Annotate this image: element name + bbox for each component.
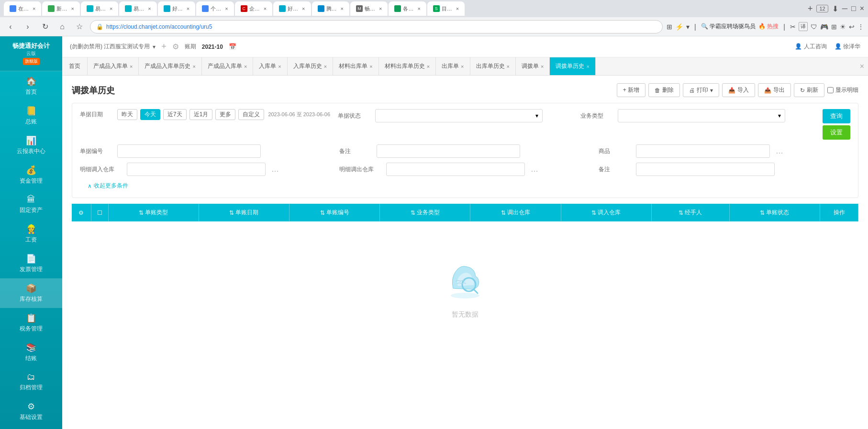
calendar-icon[interactable]: 📅 [229,43,236,50]
tab-close-icon[interactable]: × [427,64,430,69]
export-btn[interactable]: 📤 导出 [758,83,791,97]
tab-cailiao-chuku[interactable]: 材料出库单 × [333,57,378,76]
import-btn[interactable]: 📥 导入 [722,83,755,97]
sidebar-item-reports[interactable]: 📊 云报表中心 [0,131,62,160]
tab-close-icon[interactable]: × [324,64,327,69]
sidebar-item-inventory[interactable]: 📦 库存核算 [0,278,62,308]
tab-chuku[interactable]: 出库单 × [436,57,470,76]
tab-close-icon[interactable]: × [507,64,510,69]
doc-number-input[interactable] [117,144,261,158]
table-th-in-warehouse[interactable]: ⇅ 调入仓库 [561,204,651,221]
browser-tab-10[interactable]: 各… × [389,1,426,16]
sidebar-item-invoice[interactable]: 📄 发票管理 [0,249,62,278]
table-checkbox-icon[interactable]: ☐ [97,209,102,216]
date-btn-1month[interactable]: 近1月 [189,109,213,120]
downloads-icon[interactable]: ⬇ [832,4,838,13]
browser-tab-1[interactable]: 新… × [42,1,79,16]
address-bar[interactable]: 🔒 https://cloud.chanjet.com/accounting/u… [90,20,663,33]
tab-close-icon[interactable]: × [244,64,247,69]
tab-ruku[interactable]: 入库单 × [253,57,287,76]
tab-close-icon[interactable]: × [192,64,195,69]
date-btn-yesterday[interactable]: 昨天 [117,109,137,120]
date-btn-7days[interactable]: 近7天 [163,109,187,120]
table-th-biz-type[interactable]: ⇅ 业务类型 [380,204,470,221]
browser-tab-0[interactable]: 在… × [4,1,41,16]
table-th-doc-status[interactable]: ⇅ 单账状态 [729,204,820,221]
ext-dropdown-icon[interactable]: ▾ [686,23,690,31]
status-select[interactable]: ▾ [375,109,543,122]
browser-tab-4[interactable]: 好… × [158,1,195,16]
table-th-doc-date[interactable]: ⇅ 单账日期 [199,204,289,221]
sidebar-item-closing[interactable]: 📚 结账 [0,338,62,367]
tab-close-icon[interactable]: × [541,64,544,69]
remark-input[interactable] [377,144,520,158]
tab-diaobo-history[interactable]: 调拨单历史 × [550,57,595,76]
new-tab-btn[interactable]: + [808,4,813,14]
sidebar-item-wages[interactable]: 👷 工资 [0,219,62,249]
undo-icon[interactable]: ↩ [849,23,855,31]
browser-tab-5[interactable]: 个… × [196,1,234,16]
tab-diaobo[interactable]: 调拨单 × [516,57,550,76]
date-btn-custom[interactable]: 自定义 [238,109,264,120]
add-company-btn[interactable]: + [161,42,167,52]
display-toggle[interactable]: 显示明细 [827,86,858,94]
browser-tab-2[interactable]: 易… × [81,1,118,16]
goods-dots-btn[interactable]: … [776,147,783,155]
browser-tab-3[interactable]: 易… × [119,1,156,16]
star-btn[interactable]: ☆ [73,20,86,33]
tab-home[interactable]: 首页 [62,57,88,76]
browser-tab-6[interactable]: C 企… × [235,1,272,16]
close-btn[interactable]: × [860,4,864,13]
ext-lightning-icon[interactable]: ⚡ [675,23,683,31]
tab-close-icon[interactable]: × [278,64,281,69]
tab-chuku-history[interactable]: 出库单历史 × [470,57,516,76]
tab-ruku-history[interactable]: 入库单历史 × [288,57,333,76]
browser-tab-8[interactable]: 腾… × [312,1,349,16]
grid2-icon[interactable]: ⊞ [831,23,837,31]
forward-btn[interactable]: › [21,20,34,33]
out-warehouse-dots-btn[interactable]: … [531,165,538,174]
user-avatar[interactable]: 👤 徐泽华 [835,43,860,51]
tab-close-icon[interactable]: × [369,64,372,69]
delete-btn[interactable]: 🗑 删除 [648,83,680,97]
biz-remark-input[interactable] [636,163,775,176]
browser-tab-11[interactable]: S 目… × [427,1,465,16]
shield-icon[interactable]: 🛡 [811,23,817,31]
biz-type-select[interactable]: ▾ [618,109,785,122]
tab-chanpin-ruku2[interactable]: 产成品入库单 × [202,57,253,76]
tab-chanpin-ruku[interactable]: 产成品入库单 × [88,57,139,76]
header-settings-btn[interactable]: ⚙ [172,42,179,51]
more-icon[interactable]: ⋮ [857,23,864,31]
refresh-btn[interactable]: ↻ 刷新 [794,83,824,97]
collapse-btn[interactable]: ∧ 收起更多条件 [80,180,850,192]
table-th-doc-number[interactable]: ⇅ 单账编号 [289,204,379,221]
tab-close-icon[interactable]: × [461,64,464,69]
maximize-btn[interactable]: □ [851,4,856,13]
minimize-btn[interactable]: ─ [842,4,847,13]
table-settings-icon[interactable]: ⚙ [78,209,84,216]
display-checkbox[interactable] [827,87,834,93]
customer-service-btn[interactable]: 👤 人工咨询 [795,43,826,51]
tab-collapse-btn[interactable]: × [856,62,868,71]
table-th-settings[interactable]: ⚙ [72,204,91,221]
browser-tab-9[interactable]: M 畅… × [350,1,388,16]
sidebar-item-archive[interactable]: 🗂 归档管理 [0,367,62,396]
translate-icon[interactable]: 译 [799,22,808,31]
date-btn-more[interactable]: 更多 [215,109,235,120]
tab-chanpin-ruku-history[interactable]: 产成品入库单历史 × [139,57,201,76]
home-btn[interactable]: ⌂ [56,20,69,33]
out-warehouse-input[interactable] [386,163,525,176]
in-warehouse-input[interactable] [127,163,266,176]
table-th-checkbox[interactable]: ☐ [91,204,108,221]
in-warehouse-dots-btn[interactable]: … [271,165,279,174]
sidebar-item-settings[interactable]: ⚙ 基础设置 [0,396,62,426]
company-selector[interactable]: (勿删勿禁用) 江西服宝测试专用 ▾ [70,43,156,51]
settings-apply-btn[interactable]: 设置 [823,125,850,140]
query-btn[interactable]: 查询 [823,109,850,123]
tab-close-icon-active[interactable]: × [586,64,589,69]
sidebar-item-finance[interactable]: 💰 资金管理 [0,160,62,190]
sidebar-item-home[interactable]: 🏠 首页 [0,71,62,101]
table-th-out-warehouse[interactable]: ⇅ 调出仓库 [470,204,561,221]
browser-tab-7[interactable]: 好… × [273,1,311,16]
table-th-handler[interactable]: ⇅ 经手人 [651,204,729,221]
